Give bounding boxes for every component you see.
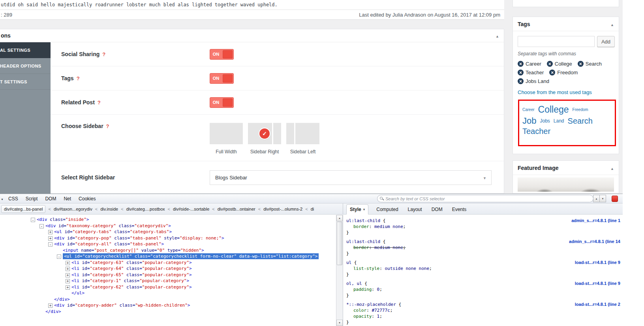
css-declaration[interactable]: list-style: outside none none; bbox=[346, 266, 620, 271]
html-tree-node[interactable]: -<div class="inside"> bbox=[0, 217, 336, 223]
help-icon[interactable]: ? bbox=[106, 123, 109, 129]
remove-tag-icon[interactable] bbox=[518, 70, 524, 75]
search-prev-button[interactable] bbox=[593, 195, 600, 202]
breadcrumb-item[interactable]: div#categ...bs-panel bbox=[1, 205, 45, 213]
sidebar-option-sidebar-right[interactable]: Sidebar Right bbox=[248, 123, 281, 155]
expand-toggle-icon[interactable]: + bbox=[66, 267, 70, 271]
remove-tag-icon[interactable] bbox=[578, 61, 584, 67]
sidebar-option-sidebar-left[interactable]: Sidebar Left bbox=[286, 123, 319, 155]
settings-tab-al-settings[interactable]: AL SETTINGS bbox=[0, 42, 51, 58]
html-tree-node[interactable]: +<li id="category-63" class="popular-cat… bbox=[0, 260, 336, 266]
css-selector[interactable]: ol, ul bbox=[346, 281, 362, 286]
firebug-tab-net[interactable]: Net bbox=[63, 195, 71, 202]
featured-image-thumbnail[interactable] bbox=[518, 177, 614, 192]
scroll-up-icon[interactable] bbox=[336, 215, 343, 221]
tags-toggle[interactable]: ON bbox=[210, 73, 234, 84]
html-tree-node[interactable]: +<li id="category-62" class="popular-cat… bbox=[0, 284, 336, 290]
html-tree-node[interactable]: </ul> bbox=[0, 290, 336, 296]
css-declaration[interactable]: padding: 0; bbox=[346, 286, 620, 292]
css-declaration[interactable]: border: medium none; bbox=[346, 224, 620, 230]
tagcloud-freedom[interactable]: Freedom bbox=[573, 107, 588, 112]
help-icon[interactable]: ? bbox=[98, 100, 101, 106]
html-tree-node[interactable]: +<div id="category-pop" class="tabs-pane… bbox=[0, 235, 336, 241]
html-tab-partial-icon[interactable] bbox=[0, 196, 5, 202]
tagcloud-career[interactable]: Career bbox=[522, 107, 535, 112]
most-used-tags-link[interactable]: Choose from the most used tags bbox=[518, 89, 592, 95]
tagcloud-jobs[interactable]: Jobs bbox=[540, 118, 550, 124]
firebug-tab-script[interactable]: Script bbox=[25, 195, 38, 202]
stylesheet-source-link[interactable]: load-st...r=4.8.1 (line 9 bbox=[575, 260, 620, 266]
tags-metabox-header[interactable]: Tags bbox=[513, 17, 619, 31]
scroll-down-icon[interactable] bbox=[336, 320, 343, 326]
expand-toggle-icon[interactable]: + bbox=[66, 273, 70, 277]
html-tree-node[interactable]: -<ul id="categorychecklist" class="categ… bbox=[0, 253, 336, 260]
html-tree-node[interactable]: -<div id="taxonomy-category" class="cate… bbox=[0, 223, 336, 229]
scrollbar[interactable] bbox=[336, 215, 343, 326]
right-sidebar-select[interactable]: Blogs Sidebar bbox=[210, 170, 492, 185]
scroll-thumb[interactable] bbox=[337, 222, 342, 265]
style-panel-tab-style[interactable]: Style▾ bbox=[346, 204, 368, 215]
expand-toggle-icon[interactable]: + bbox=[66, 285, 70, 290]
tagcloud-job[interactable]: Job bbox=[522, 116, 536, 126]
html-tree-node[interactable]: +<div id="category-adder" class="wp-hidd… bbox=[0, 302, 336, 309]
html-tree-node[interactable]: +<ul id="category-tabs" class="category-… bbox=[0, 229, 336, 235]
css-selector[interactable]: ul:last-child bbox=[346, 239, 380, 244]
remove-tag-icon[interactable] bbox=[547, 61, 553, 67]
firebug-tab-dom[interactable]: DOM bbox=[45, 195, 56, 202]
sidebar-option-full-width[interactable]: Full Width bbox=[210, 123, 243, 155]
tagcloud-teacher[interactable]: Teacher bbox=[522, 127, 550, 136]
related-post-toggle[interactable]: ON bbox=[210, 97, 234, 108]
html-tree-node[interactable]: <input name="post_category[]" value="0" … bbox=[0, 247, 336, 254]
expand-toggle-icon[interactable]: + bbox=[48, 236, 53, 241]
breadcrumb-item[interactable]: div#side-...sortable bbox=[173, 207, 209, 211]
new-tag-input[interactable] bbox=[518, 36, 595, 47]
collapse-arrow-icon[interactable] bbox=[496, 32, 499, 39]
html-tree-node[interactable]: +<li id="category-64" class="popular-cat… bbox=[0, 266, 336, 272]
expand-toggle-icon[interactable]: - bbox=[31, 218, 35, 222]
stylesheet-source-link[interactable]: load-st...r=4.8.1 (line 9 bbox=[575, 281, 620, 286]
stylesheet-source-link[interactable]: load-st...r=4.8.1 (line 2 bbox=[575, 302, 620, 307]
social-sharing-toggle[interactable]: ON bbox=[210, 49, 234, 60]
firebug-tab-cookies[interactable]: Cookies bbox=[78, 195, 96, 202]
expand-toggle-icon[interactable]: + bbox=[66, 279, 70, 283]
tagcloud-search[interactable]: Search bbox=[568, 117, 593, 126]
html-tree-node[interactable]: +<li id="category-1" class="popular-cate… bbox=[0, 278, 336, 284]
breadcrumb-item[interactable]: div#post-...olumns-2 bbox=[263, 207, 302, 211]
expand-toggle-icon[interactable]: - bbox=[48, 242, 53, 247]
css-declaration[interactable]: color: #72777c; bbox=[346, 307, 620, 313]
stylesheet-source-link[interactable]: admin_s...r=4.8.1 (line 1 bbox=[571, 218, 620, 224]
breadcrumb-item[interactable]: div.inside bbox=[100, 207, 118, 211]
post-content-line[interactable]: utdid oh said hello majestically roadrun… bbox=[0, 0, 504, 10]
expand-toggle-icon[interactable]: + bbox=[66, 261, 70, 265]
expand-toggle-icon[interactable]: + bbox=[48, 230, 53, 234]
style-panel-tab-dom[interactable]: DOM bbox=[430, 205, 444, 214]
html-tree-node[interactable]: </div> bbox=[0, 309, 336, 315]
help-icon[interactable]: ? bbox=[102, 51, 105, 57]
css-declaration[interactable]: border: medium none; bbox=[346, 245, 620, 251]
settings-tab-header-options[interactable]: HEADER OPTIONS bbox=[0, 58, 51, 74]
style-panel-tab-layout[interactable]: Layout bbox=[406, 205, 424, 214]
expand-toggle-icon[interactable]: + bbox=[48, 303, 53, 308]
expand-toggle-icon[interactable]: - bbox=[39, 224, 44, 228]
collapse-arrow-icon[interactable] bbox=[610, 165, 614, 171]
featured-image-header[interactable]: Featured Image bbox=[513, 161, 619, 175]
html-tree-node[interactable]: +<li id="category-65" class="popular-cat… bbox=[0, 272, 336, 278]
style-panel-tab-events[interactable]: Events bbox=[451, 205, 468, 214]
settings-tab-t-settings[interactable]: T SETTINGS bbox=[0, 74, 51, 90]
add-tag-button[interactable]: Add bbox=[597, 36, 615, 47]
css-selector[interactable]: ul:last-child bbox=[346, 218, 380, 223]
collapse-arrow-icon[interactable] bbox=[610, 21, 614, 27]
search-next-button[interactable] bbox=[599, 195, 606, 202]
html-tree-node[interactable]: </div> bbox=[0, 296, 336, 303]
html-tree-node[interactable]: -<div id="category-all" class="tabs-pane… bbox=[0, 241, 336, 247]
firebug-tab-css[interactable]: CSS bbox=[8, 195, 19, 202]
remove-tag-icon[interactable] bbox=[549, 70, 555, 75]
breadcrumb-item[interactable]: div#categ....postbox bbox=[126, 207, 165, 211]
remove-tag-icon[interactable] bbox=[518, 61, 524, 67]
breadcrumb-item[interactable]: div#postb...ontainer bbox=[218, 207, 255, 211]
help-icon[interactable]: ? bbox=[77, 75, 80, 81]
style-panel-tab-computed[interactable]: Computed bbox=[375, 205, 400, 214]
stylesheet-source-link[interactable]: admin_s...r=4.8.1 (line 14 bbox=[569, 239, 620, 245]
firebug-search-input[interactable] bbox=[377, 195, 593, 202]
css-selector[interactable]: ul bbox=[346, 260, 351, 265]
